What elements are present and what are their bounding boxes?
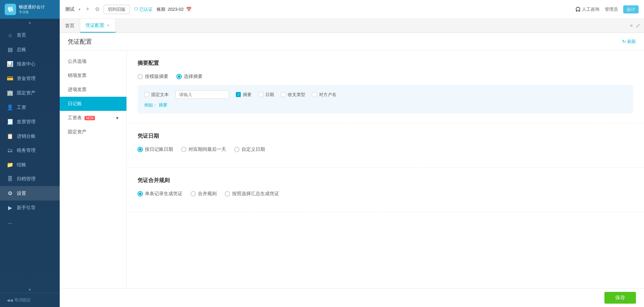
sidebar-item-tax[interactable]: 🗂 税务管理 — [0, 143, 60, 158]
headset-icon: 🎧 — [575, 7, 581, 12]
tab-close-icon[interactable]: × — [106, 23, 110, 29]
settings-icon[interactable]: ⚙ — [95, 6, 100, 12]
sidebar-item-ledger[interactable]: ▤ 总账 — [0, 42, 60, 57]
summary-example: 例如： 摘要 — [144, 102, 627, 108]
certified-icon: 🛡 — [134, 7, 138, 12]
invoice-icon: 🧾 — [7, 119, 13, 125]
close-tab-button[interactable]: × — [630, 23, 633, 29]
date-radio-group: 按日记账日期 对应期间最后一天 自定义日期 — [138, 146, 633, 152]
sidebar-item-settings[interactable]: ⚙ 设置 — [0, 186, 60, 201]
left-nav-item-fixed-asset[interactable]: 固定资产 — [60, 125, 126, 139]
checkbox-payment-type[interactable]: 收支类型 — [281, 92, 305, 98]
sidebar-item-label: 税务管理 — [17, 147, 36, 154]
sidebar-scroll-up[interactable]: ▲ — [0, 19, 60, 26]
settings-icon: ⚙ — [7, 190, 13, 196]
sidebar: 畅 畅捷通好会计 专业版 ▲ ⌂ 首页 ▤ 总账 📊 报表中心 💳 资金管理 🏢… — [0, 0, 60, 307]
radio-single-record-circle — [138, 191, 143, 196]
left-nav-item-public[interactable]: 公共选项 — [60, 54, 126, 69]
sidebar-cancel-fixed-btn[interactable]: ◀◀ 取消固定 — [0, 293, 60, 307]
sales-icon: 📋 — [7, 133, 13, 139]
unpin-icon: ◀◀ — [7, 298, 13, 303]
refresh-button[interactable]: ↻ 刷新 — [622, 39, 636, 45]
radio-journal-date[interactable]: 按日记账日期 — [138, 146, 173, 152]
sidebar-nav: ⌂ 首页 ▤ 总账 📊 报表中心 💳 资金管理 🏢 固定资产 👤 工资 🧾 发票… — [0, 26, 60, 286]
left-nav-item-journal[interactable]: 日记账 — [60, 97, 126, 111]
checkbox-date[interactable]: 日期 — [258, 92, 274, 98]
fixed-text-input[interactable] — [175, 90, 229, 99]
sidebar-item-asset[interactable]: 🏢 固定资产 — [0, 86, 60, 100]
chevron-down-icon: ▾ — [116, 115, 118, 121]
page-title: 凭证配置 — [68, 38, 92, 46]
merge-section-title: 凭证合并规则 — [138, 177, 633, 184]
company-name: 测试 — [65, 6, 74, 12]
left-nav-item-payroll[interactable]: 工资表 NEW ▾ — [60, 111, 126, 125]
sidebar-item-label: 固定资产 — [17, 90, 36, 96]
refresh-icon: ↻ — [622, 39, 626, 44]
sidebar-item-label: 进销台账 — [17, 133, 36, 139]
sidebar-item-settle[interactable]: 📁 结账 — [0, 158, 60, 172]
sidebar-item-label: 新手引导 — [17, 205, 36, 211]
sidebar-item-report[interactable]: 📊 报表中心 — [0, 57, 60, 71]
more-icon: ... — [7, 219, 13, 225]
date-section-title: 凭证日期 — [138, 133, 633, 140]
tab-voucher-config-label: 凭证配置 — [86, 23, 104, 29]
tab-home-label: 首页 — [65, 23, 74, 29]
checkbox-counterparty[interactable]: 对方户名 — [312, 92, 336, 98]
admin-label: 管理员 — [605, 6, 618, 12]
company-chevron-icon[interactable]: ▾ — [78, 7, 80, 12]
tab-home[interactable]: 首页 — [60, 19, 80, 33]
tab-voucher-config[interactable]: 凭证配置 × — [80, 19, 116, 33]
add-company-icon[interactable]: + — [86, 6, 90, 13]
sidebar-item-home[interactable]: ⌂ 首页 — [0, 28, 60, 42]
logo-text: 畅捷通好会计 专业版 — [19, 4, 45, 15]
summary-options-box: 固定文本 摘要 日期 收支类型 — [138, 85, 633, 114]
save-button[interactable]: 保存 — [604, 292, 636, 304]
sidebar-item-label: 归档管理 — [17, 176, 36, 182]
radio-template-summary[interactable]: 按模版摘要 — [138, 74, 168, 80]
left-nav: 公共选项 销项发票 进项发票 日记账 工资表 NEW ▾ 固定资产 — [60, 50, 127, 307]
help-button[interactable]: 🎧 人工咨询 — [575, 6, 599, 12]
bottom-bar: 保存 — [60, 288, 644, 307]
salary-icon: 👤 — [7, 104, 13, 111]
radio-select-summary[interactable]: 选择摘要 — [176, 74, 203, 80]
sidebar-item-salary[interactable]: 👤 工资 — [0, 100, 60, 115]
role-badge[interactable]: 会计 — [623, 5, 639, 13]
period-label: 账期 2023-02 📅 — [157, 6, 192, 12]
sidebar-item-label: 结账 — [17, 162, 26, 168]
radio-custom-date[interactable]: 自定义日期 — [234, 146, 265, 152]
checkbox-date-sq — [258, 92, 263, 97]
sidebar-item-archive[interactable]: 🗄 归档管理 — [0, 172, 60, 186]
radio-journal-date-circle — [138, 147, 143, 152]
sidebar-item-sales[interactable]: 📋 进销台账 — [0, 129, 60, 143]
checkbox-summary[interactable]: 摘要 — [236, 92, 252, 98]
sidebar-item-label: 设置 — [17, 190, 26, 196]
old-version-button[interactable]: 切到旧版 — [104, 5, 130, 14]
main-content: 凭证配置 ↻ 刷新 公共选项 销项发票 进项发票 日记账 工资表 NEW ▾ 固… — [60, 33, 644, 307]
sidebar-scroll-down[interactable]: ▼ — [0, 286, 60, 293]
radio-period-last-day[interactable]: 对应期间最后一天 — [181, 146, 226, 152]
tax-icon: 🗂 — [7, 147, 13, 154]
sidebar-item-label: 发票管理 — [17, 119, 36, 125]
fund-icon: 💳 — [7, 75, 13, 82]
sidebar-item-label: 总账 — [17, 47, 26, 53]
topbar: 测试 ▾ + ⚙ 切到旧版 🛡 已认证 账期 2023-02 📅 🎧 人工咨询 … — [60, 0, 644, 19]
radio-aggregate[interactable]: 按照选择汇总生成凭证 — [225, 191, 279, 197]
left-nav-item-purchase-invoice[interactable]: 进项发票 — [60, 83, 126, 97]
sidebar-item-more[interactable]: ... — [0, 215, 60, 229]
expand-button[interactable]: ⤢ — [636, 23, 640, 29]
checkbox-fixed-text-sq — [144, 92, 149, 97]
ledger-icon: ▤ — [7, 46, 13, 53]
sidebar-item-fund[interactable]: 💳 资金管理 — [0, 71, 60, 86]
checkbox-summary-sq — [236, 92, 241, 97]
calendar-icon[interactable]: 📅 — [186, 7, 192, 12]
sidebar-item-invoice[interactable]: 🧾 发票管理 — [0, 115, 60, 129]
radio-single-record[interactable]: 单条记录生成凭证 — [138, 191, 182, 197]
certified-badge: 🛡 已认证 — [134, 6, 153, 12]
left-nav-item-sales-invoice[interactable]: 销项发票 — [60, 69, 126, 83]
summary-section-title: 摘要配置 — [138, 60, 633, 67]
radio-merge-rule[interactable]: 合并规则 — [191, 191, 217, 197]
settle-icon: 📁 — [7, 162, 13, 168]
right-panel: 摘要配置 按模版摘要 选择摘要 固定文本 — [127, 50, 644, 307]
sidebar-item-guide[interactable]: ▶ 新手引导 — [0, 201, 60, 215]
checkbox-fixed-text[interactable]: 固定文本 — [144, 92, 169, 98]
